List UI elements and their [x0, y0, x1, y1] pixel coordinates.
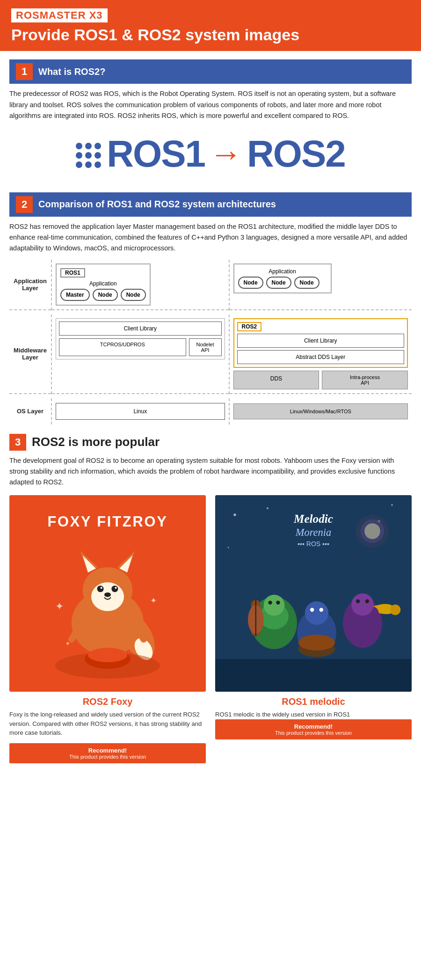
cards-row: FOXY FITZROY [9, 495, 412, 763]
header: ROSMASTER X3 Provide ROS1 & ROS2 system … [0, 0, 421, 51]
svg-rect-52 [215, 659, 412, 692]
arch-mid-row: MiddlewareLayer Client Library TCPROS/UD… [9, 314, 412, 394]
svg-point-28 [391, 504, 393, 506]
ros1-nodelet-api: NodeletAPI [189, 338, 222, 356]
arch-os-row: OS Layer Linux Linux/Windows/Mac/RTOS [9, 398, 412, 424]
header-title: Provide ROS1 & ROS2 system images [11, 26, 410, 44]
architecture-diagram: ApplicationLayer ROS1 Application Master… [9, 260, 412, 424]
foxy-desc: Foxy is the long-released and widely use… [9, 710, 206, 738]
ros1-node2: Node [121, 289, 146, 301]
ros1-app-label: Application [60, 280, 146, 287]
svg-point-36 [268, 600, 272, 604]
svg-point-29 [228, 547, 229, 549]
section1-body: The predecessor of ROS2 was ROS, which i… [9, 88, 412, 121]
svg-point-55 [364, 523, 380, 539]
ros2-intra-process: Intra-processAPI [322, 371, 408, 389]
ros1-master-node: Master [60, 289, 90, 301]
ros-arrow-icon: → [210, 138, 242, 170]
arch-divider-row2 [9, 394, 412, 398]
ros2-abstract-dds: Abstract DDS Layer [237, 350, 404, 364]
arch-app-row: ApplicationLayer ROS1 Application Master… [9, 260, 412, 310]
ros2-os-cell: Linux/Windows/Mac/RTOS [229, 398, 412, 424]
svg-point-51 [390, 605, 400, 615]
svg-point-48 [351, 593, 374, 616]
ros2-client-library: Client Library [237, 334, 404, 348]
svg-text:✦: ✦ [55, 600, 64, 612]
foxy-card: FOXY FITZROY [9, 495, 206, 763]
ros1-client-library: Client Library [59, 322, 222, 336]
ros1-app-cell: ROS1 Application Master Node Node [51, 260, 229, 310]
svg-text:▪▪▪ ROS ▪▪▪: ▪▪▪ ROS ▪▪▪ [298, 540, 329, 548]
ros2-mid-cell: ROS2 Client Library Abstract DDS Layer D… [229, 314, 412, 394]
svg-text:✦: ✦ [150, 596, 157, 605]
app-layer-label: ApplicationLayer [9, 260, 51, 310]
melodic-card: Melodic Morenia ▪▪▪ ROS ▪▪▪ [215, 495, 412, 739]
section2-number: 2 [16, 196, 33, 213]
ros1-badge: ROS1 [60, 268, 85, 278]
svg-point-10 [111, 585, 118, 592]
section1-number: 1 [16, 63, 33, 80]
svg-point-9 [97, 585, 104, 592]
svg-point-13 [104, 592, 111, 597]
melodic-desc: ROS1 melodic is the widely used version … [215, 710, 412, 719]
svg-text:Morenia: Morenia [295, 527, 331, 538]
mid-layer-label: MiddlewareLayer [9, 314, 51, 394]
section2-title: Comparison of ROS1 and ROS2 system archi… [38, 199, 276, 210]
svg-point-25 [233, 513, 236, 516]
section3-header: 3 ROS2 is more popular [9, 434, 412, 451]
foxy-recommend-sub: This product provides this version [15, 754, 200, 760]
ros-graphic: ROS1 → ROS2 [0, 127, 421, 184]
foxy-illustration: FOXY FITZROY [9, 495, 206, 692]
svg-text:Melodic: Melodic [293, 512, 333, 525]
foxy-image: FOXY FITZROY [9, 495, 206, 692]
arch-divider-row [9, 310, 412, 314]
ros1-node1: Node [93, 289, 118, 301]
svg-point-26 [267, 507, 269, 509]
svg-point-49 [356, 600, 360, 603]
svg-point-20 [88, 648, 127, 662]
svg-point-43 [310, 608, 314, 612]
ros2-node2: Node [266, 277, 291, 289]
melodic-illustration: Melodic Morenia ▪▪▪ ROS ▪▪▪ [215, 495, 412, 692]
ros2-node1: Node [238, 277, 263, 289]
ros1-tcpros: TCPROS/UDPROS [59, 338, 186, 356]
arch-table: ApplicationLayer ROS1 Application Master… [9, 260, 412, 424]
ros2-label: ROS2 [247, 135, 345, 173]
melodic-title: ROS1 melodic [282, 696, 345, 707]
ros2-app-cell: Application Node Node Node [229, 260, 412, 310]
ros2-app-label: Application [238, 268, 327, 275]
section3-title: ROS2 is more popular [32, 435, 160, 449]
ros-dots-icon [76, 143, 101, 168]
section3-body: The development goal of ROS2 is to becom… [9, 455, 412, 488]
svg-point-42 [305, 601, 328, 625]
section2-header: 2 Comparison of ROS1 and ROS2 system arc… [9, 192, 412, 217]
ros1-mid-cell: Client Library TCPROS/UDPROS NodeletAPI [51, 314, 229, 394]
svg-point-44 [319, 608, 323, 612]
svg-point-11 [101, 587, 102, 589]
section2-body: ROS2 has removed the application layer M… [9, 221, 412, 254]
svg-text:✦: ✦ [65, 640, 71, 647]
svg-point-46 [298, 635, 335, 651]
svg-point-12 [115, 587, 116, 589]
svg-point-35 [264, 595, 285, 616]
ros2-badge: ROS2 [237, 322, 262, 331]
foxy-title: ROS2 Foxy [83, 696, 133, 707]
melodic-recommend-btn[interactable]: Recommend! This product provides this ve… [215, 719, 412, 739]
melodic-recommend-main: Recommend! [221, 723, 406, 730]
ros1-os-cell: Linux [51, 398, 229, 424]
ros1-label: ROS1 [107, 135, 205, 173]
section1-title: What is ROS2? [38, 66, 105, 77]
section1-header: 1 What is ROS2? [9, 59, 412, 84]
melodic-image: Melodic Morenia ▪▪▪ ROS ▪▪▪ [215, 495, 412, 692]
foxy-recommend-main: Recommend! [15, 747, 200, 754]
ros2-dds: DDS [233, 371, 319, 389]
ros1-os: Linux [56, 403, 225, 420]
os-layer-label: OS Layer [9, 398, 51, 424]
foxy-recommend-btn[interactable]: Recommend! This product provides this ve… [9, 743, 206, 763]
svg-text:FOXY FITZROY: FOXY FITZROY [47, 513, 167, 530]
section3-number: 3 [9, 434, 26, 451]
svg-point-37 [276, 600, 280, 604]
melodic-recommend-sub: This product provides this version [221, 730, 406, 736]
ros2-node3: Node [294, 277, 319, 289]
svg-point-50 [365, 600, 369, 603]
